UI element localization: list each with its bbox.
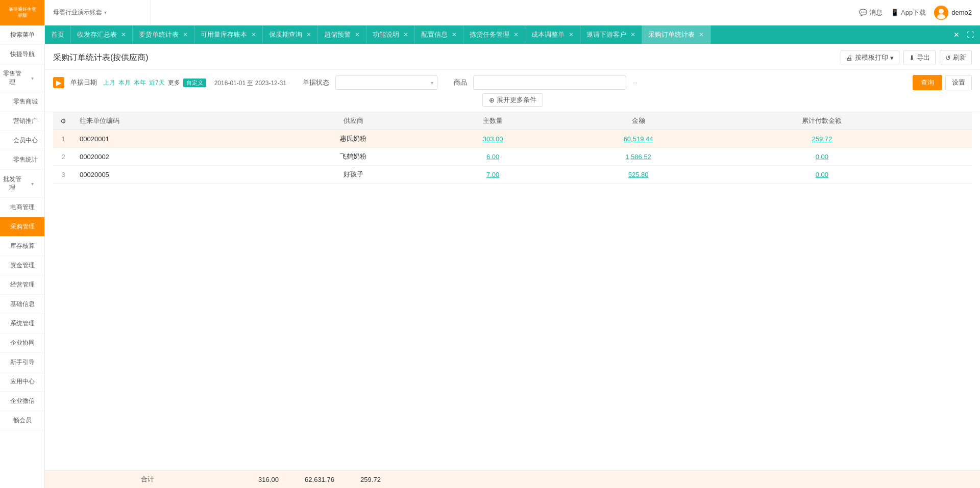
status-select[interactable] (335, 75, 437, 90)
sidebar-item-1[interactable]: 快捷导航 (0, 45, 44, 64)
breadcrumb-arrow: ▾ (104, 10, 107, 15)
page-content: 采购订单统计表(按供应商) 🖨 按模板打印 ▾ ⬇ 导出 ↺ 刷新 (45, 44, 980, 488)
sidebar-item-6[interactable]: 零售统计 (0, 150, 44, 170)
app-download-button[interactable]: 📱 App下载 (891, 8, 926, 17)
sidebar-item-9[interactable]: 采购管理 (0, 217, 44, 237)
this-month-btn[interactable]: 本月 (118, 79, 131, 87)
expand-more-button[interactable]: ⊕ 展开更多条件 (482, 93, 543, 107)
sidebar-item-10[interactable]: 库存核算 (0, 237, 44, 256)
close-tab-button[interactable]: ✕ (950, 29, 963, 41)
sidebar-item-14[interactable]: 系统管理 (0, 314, 44, 333)
tab-item-10[interactable]: 邀请下游客户✕ (580, 25, 642, 44)
sidebar-item-2[interactable]: 零售管理▾ (0, 64, 44, 92)
user-menu[interactable]: demo2 (934, 6, 972, 20)
message-icon: 💬 (859, 9, 867, 16)
breadcrumb[interactable]: 母婴行业演示账套 ▾ (49, 0, 151, 25)
sidebar-item-19[interactable]: 畅会员 (0, 411, 44, 430)
table-row: 1 00020001 惠氏奶粉 303.00 60,519.44 259.72 (53, 130, 972, 148)
print-icon: 🖨 (846, 54, 853, 62)
settings-icon: ⚙ (60, 117, 66, 125)
filter-area: ▶ 单据日期 上月 本月 本年 近7天 更多 自定义 2016-01-01 至 … (45, 70, 980, 112)
row-extra (924, 166, 972, 184)
app-logo: 畅捷通好生意 标版 (0, 0, 44, 25)
print-arrow-icon: ▾ (890, 54, 894, 62)
sidebar-item-8[interactable]: 电商管理 (0, 198, 44, 217)
export-button[interactable]: ⬇ 导出 (903, 50, 936, 65)
settings-button[interactable]: 设置 (945, 75, 972, 90)
table-header: ⚙ 往来单位编码 供应商 主数量 金额 累计付款金额 (53, 112, 972, 130)
col-extra (924, 112, 972, 130)
col-supplier: 供应商 (277, 112, 429, 130)
sidebar-item-17[interactable]: 应用中心 (0, 372, 44, 392)
tab-item-2[interactable]: 要货单统计表✕ (133, 25, 194, 44)
page-header: 采购订单统计表(按供应商) 🖨 按模板打印 ▾ ⬇ 导出 ↺ 刷新 (45, 44, 980, 70)
row-num: 1 (53, 130, 74, 148)
refresh-button[interactable]: ↺ 刷新 (940, 50, 972, 65)
col-quantity: 主数量 (429, 112, 557, 130)
filter-toggle-button[interactable]: ▶ (53, 77, 64, 88)
last-7days-btn[interactable]: 近7天 (149, 79, 165, 87)
sidebar-item-15[interactable]: 企业协同 (0, 333, 44, 353)
tab-item-8[interactable]: 拣货任务管理✕ (463, 25, 525, 44)
this-year-btn[interactable]: 本年 (134, 79, 146, 87)
row-paid[interactable]: 0.00 (720, 148, 924, 166)
tab-navigation: 首页收发存汇总表✕要货单统计表✕可用量库存账本✕保质期查询✕超储预警✕功能说明✕… (45, 25, 980, 44)
row-amount[interactable]: 60,519.44 (556, 130, 720, 148)
date-range-display: 2016-01-01 至 2023-12-31 (214, 79, 286, 88)
message-button[interactable]: 💬 消息 (859, 8, 883, 17)
sidebar-item-0[interactable]: 搜索菜单 (0, 25, 44, 45)
breadcrumb-text: 母婴行业演示账套 (53, 8, 102, 17)
row-paid[interactable]: 0.00 (720, 166, 924, 184)
tab-item-4[interactable]: 保质期查询✕ (263, 25, 318, 44)
row-quantity[interactable]: 7.00 (429, 166, 557, 184)
sidebar-item-7[interactable]: 批发管理▾ (0, 170, 44, 198)
page-header-actions: 🖨 按模板打印 ▾ ⬇ 导出 ↺ 刷新 (841, 50, 972, 65)
sidebar-item-12[interactable]: 经营管理 (0, 275, 44, 295)
tab-item-6[interactable]: 功能说明✕ (366, 25, 415, 44)
svg-point-2 (937, 14, 945, 19)
maximize-button[interactable]: ⛶ (964, 29, 977, 41)
row-quantity[interactable]: 6.00 (429, 148, 557, 166)
col-paid: 累计付款金额 (720, 112, 924, 130)
last-month-btn[interactable]: 上月 (103, 79, 115, 87)
goods-more-icon[interactable]: ··· (632, 79, 638, 86)
tab-item-7[interactable]: 配置信息✕ (415, 25, 463, 44)
print-button[interactable]: 🖨 按模板打印 ▾ (841, 50, 899, 65)
footer-paid: 259.72 (345, 476, 396, 483)
goods-filter-input[interactable] (473, 75, 626, 90)
more-date-btn[interactable]: 更多 (168, 79, 180, 87)
tab-item-3[interactable]: 可用量库存账本✕ (194, 25, 263, 44)
query-button[interactable]: 查询 (913, 75, 942, 90)
date-shortcuts: 上月 本月 本年 近7天 更多 自定义 (103, 79, 206, 87)
refresh-icon: ↺ (945, 54, 951, 62)
tab-item-9[interactable]: 成本调整单✕ (525, 25, 580, 44)
tab-item-1[interactable]: 收发存汇总表✕ (71, 25, 133, 44)
tab-item-11[interactable]: 采购订单统计表✕ (642, 25, 710, 44)
custom-date-tag: 自定义 (183, 79, 206, 87)
col-code: 往来单位编码 (74, 112, 277, 130)
col-settings[interactable]: ⚙ (53, 112, 74, 130)
sidebar-item-13[interactable]: 基础信息 (0, 295, 44, 314)
sidebar-item-3[interactable]: 零售商城 (0, 92, 44, 112)
tab-item-0[interactable]: 首页 (45, 25, 71, 44)
expand-icon: ⊕ (489, 96, 495, 104)
row-paid[interactable]: 259.72 (720, 130, 924, 148)
row-amount[interactable]: 1,586.52 (556, 148, 720, 166)
export-icon: ⬇ (909, 54, 915, 62)
page-inner: 采购订单统计表(按供应商) 🖨 按模板打印 ▾ ⬇ 导出 ↺ 刷新 (45, 44, 980, 488)
tab-item-5[interactable]: 超储预警✕ (318, 25, 366, 44)
sidebar-item-5[interactable]: 会员中心 (0, 131, 44, 150)
message-label: 消息 (869, 8, 883, 17)
row-supplier: 惠氏奶粉 (277, 130, 429, 148)
row-amount[interactable]: 525.80 (556, 166, 720, 184)
sidebar-item-4[interactable]: 营销推广 (0, 112, 44, 131)
footer-quantity: 316.00 (243, 476, 294, 483)
sidebar-item-11[interactable]: 资金管理 (0, 256, 44, 275)
sidebar-item-18[interactable]: 企业微信 (0, 392, 44, 411)
avatar (934, 6, 948, 20)
app-icon: 📱 (891, 9, 899, 16)
sidebar-item-16[interactable]: 新手引导 (0, 353, 44, 372)
table-row: 2 00020002 飞鹤奶粉 6.00 1,586.52 0.00 (53, 148, 972, 166)
table-footer: 合计 316.00 62,631.76 259.72 (45, 470, 980, 488)
row-quantity[interactable]: 303.00 (429, 130, 557, 148)
